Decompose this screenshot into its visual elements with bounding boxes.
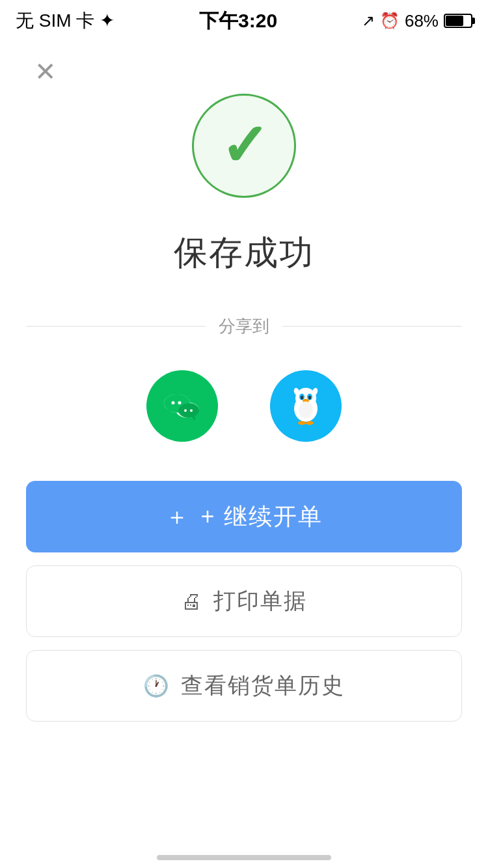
battery-icon: [444, 14, 472, 28]
main-content: ✓ 保存成功 分享到: [0, 42, 488, 722]
wechat-share-button[interactable]: [146, 370, 218, 442]
close-button[interactable]: ✕: [26, 52, 65, 91]
svg-point-15: [190, 409, 193, 412]
svg-point-21: [301, 396, 303, 400]
history-button[interactable]: 🕐 查看销货单历史: [26, 650, 462, 722]
print-button[interactable]: 🖨 打印单据: [26, 565, 462, 637]
success-circle: ✓: [192, 94, 296, 198]
qq-icon: [288, 387, 324, 426]
svg-point-11: [178, 401, 182, 405]
checkmark-icon: ✓: [220, 116, 269, 175]
print-label: 打印单据: [213, 586, 307, 616]
plus-icon: ＋: [165, 501, 190, 533]
printer-icon: 🖨: [181, 590, 203, 614]
history-label: 查看销货单历史: [181, 671, 345, 701]
status-bar: 无 SIM 卡 ✦ 下午3:20 ↗ ⏰ 68%: [0, 0, 488, 42]
svg-point-26: [306, 421, 314, 425]
status-right: ↗ ⏰ 68%: [362, 11, 472, 31]
svg-point-14: [184, 409, 187, 412]
wechat-icon: [161, 385, 203, 427]
clock-icon: 🕐: [143, 673, 170, 698]
continue-label: + 继续开单: [200, 501, 322, 533]
battery-percent: 68%: [405, 11, 439, 31]
close-icon: ✕: [34, 59, 57, 85]
actions: ＋ + 继续开单 🖨 打印单据 🕐 查看销货单历史: [0, 481, 488, 722]
alarm-icon: ⏰: [380, 12, 400, 30]
continue-button[interactable]: ＋ + 继续开单: [26, 481, 462, 552]
svg-point-13: [178, 403, 199, 418]
status-left: 无 SIM 卡 ✦: [16, 8, 115, 33]
qq-share-button[interactable]: [270, 370, 342, 442]
home-indicator: [157, 855, 331, 860]
share-label: 分享到: [206, 315, 282, 338]
share-icons: [146, 370, 342, 442]
location-icon: ↗: [362, 12, 375, 30]
svg-point-24: [299, 401, 313, 418]
svg-point-25: [298, 421, 306, 425]
success-title: 保存成功: [174, 230, 314, 276]
share-section: 分享到: [0, 315, 488, 442]
status-network: 无 SIM 卡 ✦: [16, 8, 115, 33]
divider-left: [26, 326, 206, 327]
svg-point-10: [172, 401, 175, 405]
share-divider: 分享到: [0, 315, 488, 338]
svg-point-22: [308, 396, 311, 400]
status-time: 下午3:20: [199, 8, 277, 34]
divider-right: [282, 326, 462, 327]
